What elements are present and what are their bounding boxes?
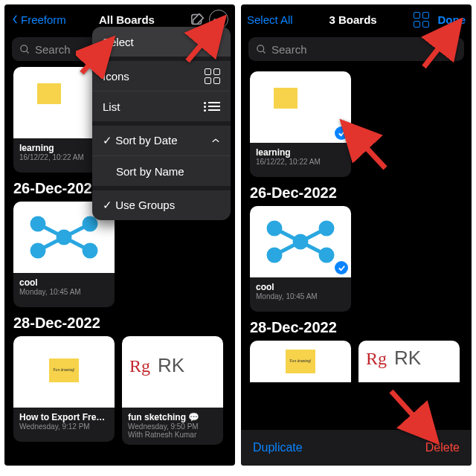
menu-use-groups[interactable]: ✓ Use Groups [92,190,231,220]
board-title: How to Export Freefo… [19,412,109,422]
svg-point-9 [84,218,96,230]
board-title: cool [256,282,345,292]
screenshot-right: Select All 3 Boards Done Search learning… [241,4,472,466]
board-thumb: Fun drawing! [13,336,115,408]
search-placeholder: Search [271,43,307,56]
svg-point-23 [321,249,332,261]
mic-icon[interactable] [446,42,457,56]
nav-title: 3 Boards [293,13,414,26]
back-button[interactable]: Freeform [10,13,66,26]
board-title: fun sketching 💬 [128,412,217,422]
diagram-icon [27,215,101,260]
svg-point-19 [268,222,280,234]
svg-point-10 [84,245,96,257]
diagram-icon [263,219,338,264]
delete-button[interactable]: Delete [425,441,460,454]
board-thumb: RgRK [358,341,460,382]
board-card[interactable]: learning 16/12/22, 10:22 AM [250,71,351,177]
section-header: 28-Dec-2022 [4,307,235,336]
board-card[interactable]: RgRK fun sketching 💬 Wednesday, 9:50 PM … [122,336,223,445]
menu-select[interactable]: Select [92,27,231,57]
context-menu: Select Icons List ✓ Sort by Date Sort by… [92,27,231,220]
board-date: Monday, 10:45 AM [19,288,109,296]
svg-rect-14 [449,43,454,51]
board-thumb: Fun drawing! [250,341,351,382]
section-header: 28-Dec-2022 [241,312,472,341]
board-date: Wednesday, 9:50 PM [128,422,217,431]
grid-icon [205,68,220,84]
menu-list[interactable]: List [92,91,231,121]
board-date: Monday, 10:45 AM [256,292,345,300]
selected-check-icon [335,261,348,274]
search-placeholder: Search [35,43,71,56]
board-card[interactable]: cool Monday, 10:45 AM [250,206,351,312]
shared-icon: 💬 [188,412,199,422]
search-icon [19,44,30,55]
nav-title: All Boards [66,13,187,26]
board-date: Wednesday, 9:12 PM [19,422,109,431]
menu-sort-name[interactable]: Sort by Name [92,156,231,186]
grid-view-button[interactable] [414,12,429,28]
section-header: 26-Dec-2022 [241,177,472,206]
nav-bar: Select All 3 Boards Done [241,4,472,34]
bottom-toolbar: Duplicate Delete [241,430,472,466]
search-field[interactable]: Search [248,37,464,61]
board-title: cool [19,277,109,288]
selected-check-icon [335,126,348,140]
board-thumb [250,206,351,277]
chevron-left-icon [10,15,19,24]
board-thumb [250,71,351,143]
svg-point-8 [58,231,70,243]
svg-point-22 [321,222,332,234]
board-date: 16/12/22, 10:22 AM [256,158,345,166]
screenshot-left: Freeform All Boards ••• Search learning … [4,4,235,466]
select-all-button[interactable]: Select All [247,13,293,26]
svg-point-13 [257,45,264,51]
duplicate-button[interactable]: Duplicate [253,441,303,454]
svg-point-21 [295,236,306,248]
board-thumb: RgRK [122,336,223,408]
svg-point-7 [32,245,44,257]
back-label: Freeform [21,13,66,26]
svg-point-1 [21,45,28,51]
list-icon [208,100,220,113]
menu-icons[interactable]: Icons [92,61,231,91]
chevron-up-icon [211,136,220,145]
svg-point-6 [32,218,44,230]
compose-icon [190,11,206,28]
board-card[interactable]: Fun drawing! [250,341,351,382]
search-icon [256,44,267,55]
checkmark-icon: ✓ [103,134,112,147]
board-title: learning [256,147,345,158]
board-card[interactable]: RgRK [358,341,460,382]
done-button[interactable]: Done [438,13,466,26]
svg-point-20 [268,249,280,261]
board-subtitle: With Ratnesh Kumar [128,431,217,439]
checkmark-icon: ✓ [103,199,112,211]
board-card[interactable]: Fun drawing! How to Export Freefo… Wedne… [13,336,115,445]
menu-sort-date[interactable]: ✓ Sort by Date [92,126,231,155]
